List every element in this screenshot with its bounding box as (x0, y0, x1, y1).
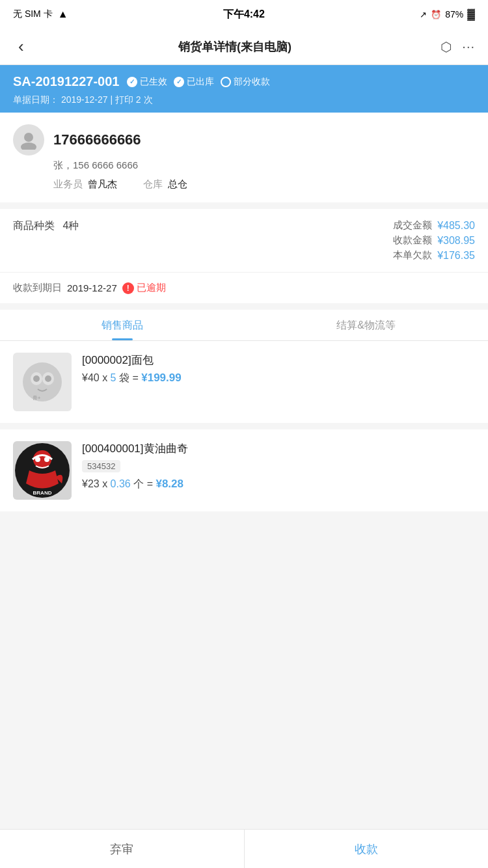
stats-row: 商品种类 4种 成交金额 ¥485.30 收款金额 ¥308.95 本单欠款 ¥… (13, 219, 475, 262)
equals-1: = (132, 372, 141, 383)
debt-label: 本单欠款 (393, 249, 432, 262)
badge-effective: 已生效 (127, 76, 167, 88)
customer-row: 17666666666 (13, 124, 475, 156)
warehouse-item: 仓库 总仓 (143, 178, 187, 191)
banner-date-row: 单据日期： 2019-12-27 | 打印 2 次 (13, 94, 475, 106)
status-left: 无 SIM 卡 ▲ (13, 8, 68, 20)
product-img-branded-icon: BRAND (13, 441, 72, 500)
svg-point-6 (45, 375, 51, 382)
product-name-1: [0000002]面包 (82, 353, 475, 368)
price-separator-2: x (102, 478, 110, 489)
stats-section: 商品种类 4种 成交金额 ¥485.30 收款金额 ¥308.95 本单欠款 ¥… (0, 209, 488, 272)
price-separator-1: x (102, 372, 110, 383)
location-icon: ↗ (420, 10, 427, 20)
status-right: ↗ ⏰ 87% ▓ (420, 8, 475, 20)
salesperson-item: 业务员 曾凡杰 (53, 178, 117, 191)
product-image-1: 兽+ (13, 353, 72, 411)
back-button[interactable]: ‹ (13, 31, 29, 62)
tabs-section: 销售商品 结算&物流等 (0, 310, 488, 341)
svg-point-11 (44, 457, 49, 462)
product-card-2: BRAND [000400001]黄油曲奇 534532 ¥23 x 0.36 … (0, 429, 488, 511)
status-badges: 已生效 已出库 部分收款 (127, 76, 270, 88)
overdue-badge: ! 已逾期 (122, 282, 166, 294)
print-suffix: 次 (144, 94, 153, 105)
amount-line: 成交金额 ¥485.30 (393, 219, 475, 232)
overdue-text: 已逾期 (137, 282, 166, 294)
salesperson-value: 曾凡杰 (88, 178, 117, 191)
bottom-bar: 弃审 收款 (0, 829, 488, 868)
svg-text:兽+: 兽+ (33, 395, 41, 401)
effective-check-icon (127, 77, 137, 87)
received-value: ¥308.95 (437, 235, 475, 247)
customer-meta: 业务员 曾凡杰 仓库 总仓 (53, 178, 475, 191)
print-separator: | 打印 (110, 94, 135, 105)
stats-left: 商品种类 4种 (13, 219, 79, 234)
warehouse-value: 总仓 (168, 178, 187, 191)
banner-row1: SA-20191227-001 已生效 已出库 部分收款 (13, 74, 475, 89)
product-name-2: [000400001]黄油曲奇 (82, 441, 475, 456)
debt-value: ¥176.35 (437, 250, 475, 262)
product-types-value: 4种 (62, 220, 79, 231)
stats-right: 成交金额 ¥485.30 收款金额 ¥308.95 本单欠款 ¥176.35 (393, 219, 475, 262)
badge-shipped: 已出库 (174, 76, 214, 88)
partial-clock-icon (221, 77, 231, 87)
svg-point-5 (33, 375, 40, 382)
status-bar: 无 SIM 卡 ▲ 下午4:42 ↗ ⏰ 87% ▓ (0, 0, 488, 29)
amount-value: ¥485.30 (437, 220, 475, 232)
overdue-label: 收款到期日 (13, 282, 62, 294)
debt-line: 本单欠款 ¥176.35 (393, 249, 475, 262)
product-unit-2: 个 (133, 478, 144, 489)
product-unit-1: 袋 (119, 372, 129, 383)
product-image-2: BRAND (13, 441, 72, 500)
product-price-row-2: ¥23 x 0.36 个 = ¥8.28 (82, 478, 475, 491)
product-price-2: ¥23 (82, 478, 100, 489)
product-card-1: 兽+ [0000002]面包 ¥40 x 5 袋 = ¥199.99 (0, 341, 488, 423)
customer-phone: 17666666666 (53, 131, 141, 148)
page-title: 销货单详情(来自电脑) (178, 39, 291, 55)
tab-settlement[interactable]: 结算&物流等 (244, 310, 488, 340)
overdue-section: 收款到期日 2019-12-27 ! 已逾期 (0, 272, 488, 303)
badge-partial: 部分收款 (221, 76, 270, 88)
share-icon[interactable]: ⬡ (441, 39, 452, 55)
amount-label: 成交金额 (393, 219, 432, 232)
received-label: 收款金额 (393, 234, 432, 247)
nav-bar: ‹ 销货单详情(来自电脑) ⬡ ··· (0, 29, 488, 65)
battery-label: 87% (445, 9, 463, 20)
customer-section: 17666666666 张，156 6666 6666 业务员 曾凡杰 仓库 总… (0, 113, 488, 202)
status-time: 下午4:42 (223, 8, 265, 21)
nav-actions: ⬡ ··· (441, 39, 475, 55)
product-tag-2: 534532 (82, 460, 120, 472)
product-types-label: 商品种类 (13, 220, 55, 231)
tab-sales-products[interactable]: 销售商品 (0, 310, 244, 340)
svg-point-1 (21, 142, 36, 150)
svg-point-10 (35, 457, 40, 462)
product-types-row: 商品种类 4种 (13, 219, 79, 233)
svg-text:BRAND: BRAND (33, 490, 52, 496)
print-count: 2 (136, 94, 141, 105)
alarm-icon: ⏰ (431, 10, 441, 20)
svg-point-2 (23, 362, 62, 401)
wifi-icon: ▲ (58, 8, 68, 20)
more-icon[interactable]: ··· (462, 39, 475, 54)
product-total-1: ¥199.99 (141, 372, 181, 384)
product-total-2: ¥8.28 (156, 478, 183, 490)
product-qty-2: 0.36 (111, 478, 131, 489)
collect-payment-button[interactable]: 收款 (245, 830, 489, 869)
warehouse-label: 仓库 (143, 178, 163, 191)
product-img-owl-icon: 兽+ (20, 359, 65, 405)
overdue-exclamation-icon: ! (122, 282, 134, 294)
order-date: 2019-12-27 (61, 94, 108, 105)
battery-icon: ▓ (467, 8, 475, 20)
abandon-review-button[interactable]: 弃审 (0, 830, 245, 869)
tabs-row: 销售商品 结算&物流等 (0, 310, 488, 341)
header-banner: SA-20191227-001 已生效 已出库 部分收款 单据日期： 2019-… (0, 65, 488, 113)
salesperson-label: 业务员 (53, 178, 83, 191)
equals-2: = (147, 478, 156, 489)
order-id: SA-20191227-001 (13, 74, 119, 89)
user-icon (19, 130, 38, 150)
products-section: 兽+ [0000002]面包 ¥40 x 5 袋 = ¥199.99 (0, 341, 488, 511)
received-line: 收款金额 ¥308.95 (393, 234, 475, 247)
date-label: 单据日期： (13, 94, 59, 105)
svg-point-0 (24, 133, 33, 142)
sim-label: 无 SIM 卡 (13, 8, 53, 20)
